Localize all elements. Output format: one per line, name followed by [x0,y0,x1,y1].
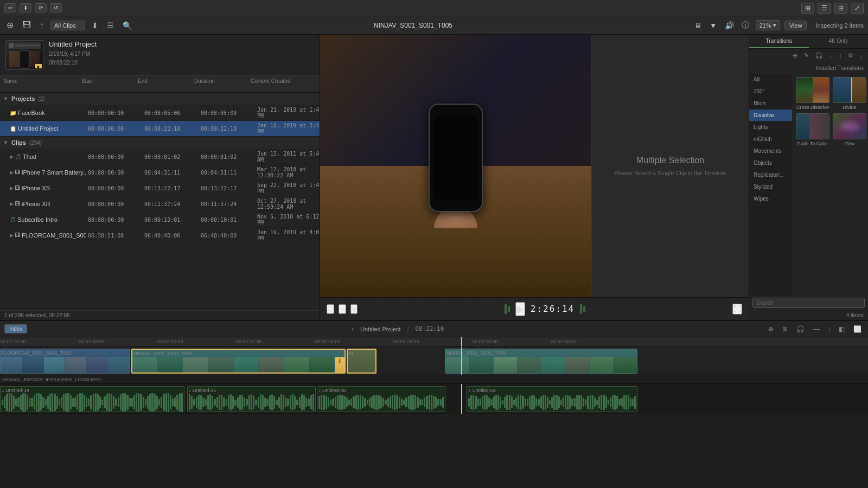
import-button[interactable]: ⬇ [90,20,100,31]
row-duration: 00:08:05:00 [201,110,255,116]
timeline-zoom-in[interactable]: ◧ [837,324,847,334]
video-clip-selected[interactable]: NINJAV_S001_S001_T005 || [131,349,346,374]
col-end[interactable]: End [138,78,192,90]
video-clip-small[interactable]: FL... [347,349,376,374]
tab-transitions[interactable]: Transitions [749,35,809,48]
col-name[interactable]: Name [3,78,79,90]
transitions-minus-button[interactable]: − [827,52,835,60]
view-button[interactable]: View [784,21,807,30]
video-clip[interactable]: FLOORCAM_S001_S001_T010 [0,349,130,374]
projects-section-header[interactable]: ▼ Projects (2) [0,93,320,105]
playhead[interactable] [461,347,462,375]
audio-clip[interactable]: ♪ Untitled-48 document.currentScript.par… [317,386,445,412]
timeline-zoom-out[interactable]: ⬜ [851,324,864,334]
table-row[interactable]: 📋 Untitled Project 00:00:00:00 00:08:22:… [0,121,320,137]
transition-cross-dissolve[interactable]: Cross Dissolve [796,77,829,110]
photo-library-button[interactable]: 🎞 [20,20,33,31]
timeline-minus-button[interactable]: — [811,324,822,334]
add-library-button[interactable]: ⊕ [4,19,16,31]
timeline-prev-button[interactable]: ‹ [349,324,356,334]
preview-left[interactable] [320,35,591,297]
preview-right[interactable]: Multiple Selection Please Select a Singl… [591,35,749,297]
transitions-settings-button[interactable]: ⚙ [846,51,856,60]
fullscreen-button[interactable]: ⛶ [732,304,742,314]
project-icon: 📋 [10,126,16,132]
transition-flow[interactable]: Flow [833,113,866,146]
audio-clip[interactable]: ♪ Untitled-41 document.currentScript.par… [187,386,316,412]
row-start: 00:00:00:00 [88,110,142,116]
audio-icon[interactable]: 🔊 [723,20,736,31]
tab-index[interactable]: Index [4,324,27,333]
audio-meters-right [580,304,585,314]
sidebar-item-stylized[interactable]: Stylized [749,181,792,193]
col-created[interactable]: Content Created [251,78,327,90]
transitions-edit-button[interactable]: ✎ [802,51,811,60]
sidebar-item-mglitch[interactable]: mGlitch [749,133,792,145]
col-start[interactable]: Start [81,78,136,90]
row-duration: 00:08:22:10 [201,126,255,132]
media-list[interactable]: ▼ Projects (2) 📁 FaceBook 00:00:00:00 00… [0,93,320,310]
project-thumbnail[interactable]: ▶ [5,40,43,70]
col-duration[interactable]: Duration [194,78,248,90]
table-row[interactable]: 🎵 Subscribe Intro 00:00:00:00 00:00:10:0… [0,212,320,228]
transitions-grid: Cross Dissolve Divide [793,74,868,295]
share-button[interactable]: ↑ [37,20,46,31]
undo-button[interactable]: ↩ [4,3,16,12]
transitions-add-button[interactable]: ⊕ [790,51,800,60]
table-row[interactable]: ▶ 🎞 iPhone XR 00:00:00:00 00:11:37:24 00… [0,196,320,212]
inspect-label: Inspecting 2 items [815,22,864,29]
clip-label: FLOORCAM_S001_S001_T010 [2,350,72,356]
transitions-search-input[interactable] [752,298,865,308]
search-button[interactable]: 🔍 [120,20,134,31]
transition-fade-to-color[interactable]: Fade To Color [796,113,829,146]
clip-select-button[interactable]: ⬡ [327,304,334,314]
table-row[interactable]: ▶ 🎞 iPhone XS 00:00:00:00 00:13:22:17 00… [0,181,320,196]
timeline-audio-button[interactable]: 🎧 [794,324,807,334]
refresh-button[interactable]: ↺ [50,3,62,12]
list-button[interactable]: ☰ [105,20,116,31]
sidebar-item-all[interactable]: All [749,74,792,86]
mark-button[interactable]: ◈ [350,304,358,314]
sidebar-item-lights[interactable]: Lights [749,121,792,133]
filter-icon[interactable]: ▼ [707,20,719,31]
clips-filter-select[interactable]: All Clips [50,21,85,30]
monitor-icon[interactable]: 🖥 [692,20,704,31]
timeline-playhead[interactable] [461,337,462,346]
clips-section-header[interactable]: ▼ Clips (294) [0,137,320,149]
audio-clip[interactable]: ♪ Untitled-54 document.currentScript.par… [467,386,637,412]
table-row[interactable]: ▶ 🎵 Thud 00:00:00:00 00:00:01:02 00:00:0… [0,149,320,165]
list-view-button[interactable]: ☰ [818,3,831,14]
timeline-ruler[interactable]: 00:02:16:00 00:02:18:00 00:02:20:00 00:0… [0,337,868,347]
expand-button[interactable]: ⤢ [851,3,864,14]
table-row[interactable]: ▶ 🎞 FLOORCAM_S001_S00... 06:30:51:08 06:… [0,228,320,243]
audio-meters-left [505,304,510,314]
sidebar-item-replicator[interactable]: Replicator/... [749,169,792,181]
ruler-tick: 00:02:20:00 [157,339,183,344]
tab-4k-only[interactable]: 4K Only [809,35,869,48]
timeline-attach-button[interactable]: ⊞ [780,324,790,334]
audio-clip[interactable]: ♪ Untitled-39 document.currentScript.par… [0,386,184,412]
table-row[interactable]: 📁 FaceBook 00:00:00:00 00:08:05:00 00:08… [0,105,320,121]
timeline-add-button[interactable]: ⊕ [766,324,776,334]
transition-divide[interactable]: Divide [833,77,866,110]
sidebar-item-blurs[interactable]: Blurs [749,98,792,110]
info-icon[interactable]: ⓘ [739,20,751,31]
transitions-import-button[interactable]: ↓ [858,52,865,60]
save-button[interactable]: ⬇ [20,3,31,12]
folder-icon: 📁 [10,110,16,116]
table-row[interactable]: ▶ 🎞 iPhone 7 Smart Battery... 00:00:00:0… [0,165,320,181]
play-button[interactable]: ▶ [515,302,525,316]
sidebar-item-objects[interactable]: Objects [749,157,792,169]
transitions-headphone-button[interactable]: 🎧 [813,51,825,60]
sidebar-item-movements[interactable]: Movements [749,145,792,157]
zoom-control[interactable]: 21% ▾ [756,20,780,30]
detail-view-button[interactable]: ⊟ [834,3,847,14]
sidebar-item-wipes[interactable]: Wipes [749,193,792,205]
audio-playhead[interactable] [461,384,462,414]
sync-button[interactable]: ⟳ [35,3,47,12]
video-clip[interactable]: NINJAV_S001_S001_T005 [445,349,637,374]
grid-view-button[interactable]: ⊞ [801,3,814,14]
sidebar-item-dissolve[interactable]: Dissolve [749,110,792,121]
sidebar-item-360[interactable]: 360° [749,86,792,98]
trim-button[interactable]: ✂ [339,304,346,314]
